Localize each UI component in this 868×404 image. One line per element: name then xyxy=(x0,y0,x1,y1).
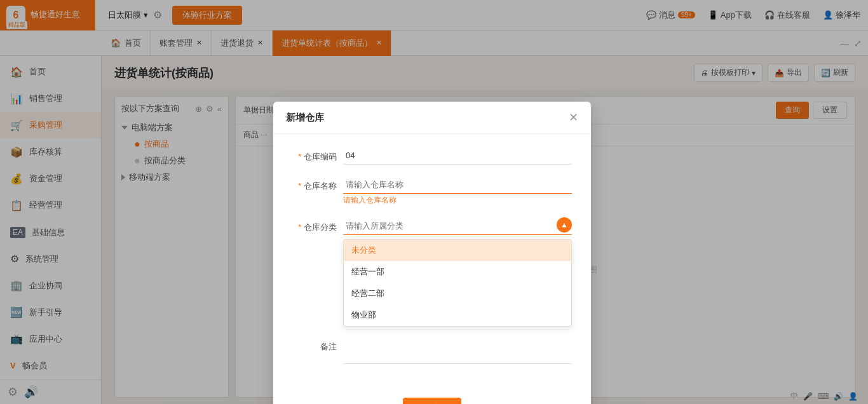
name-input[interactable] xyxy=(343,176,572,194)
note-label: 备注 xyxy=(292,337,343,353)
category-label: 仓库分类 xyxy=(292,217,343,233)
category-field: ▲ 未分类 经营一部 经营二部 物业部 xyxy=(343,217,572,235)
note-field-row: 备注 xyxy=(292,337,572,366)
code-field xyxy=(343,147,572,165)
add-warehouse-modal: 新增仓库 ✕ 仓库编码 仓库名称 请输入仓库名称 仓库分类 ▲ xyxy=(273,102,591,404)
name-label: 仓库名称 xyxy=(292,176,343,192)
category-input-wrap: ▲ xyxy=(343,217,572,235)
category-dropdown: 未分类 经营一部 经营二部 物业部 xyxy=(343,239,572,327)
category-input[interactable] xyxy=(343,217,572,235)
category-option-dept2[interactable]: 经营二部 xyxy=(344,283,571,304)
category-option-dept1[interactable]: 经营一部 xyxy=(344,261,571,283)
note-field xyxy=(343,337,572,366)
code-field-row: 仓库编码 xyxy=(292,147,572,165)
modal-header: 新增仓库 ✕ xyxy=(273,102,591,134)
name-field-row: 仓库名称 请输入仓库名称 xyxy=(292,176,572,206)
category-field-row: 仓库分类 ▲ 未分类 经营一部 经营二部 物业部 xyxy=(292,217,572,235)
code-label: 仓库编码 xyxy=(292,147,343,163)
note-input[interactable] xyxy=(343,337,572,364)
modal-body: 仓库编码 仓库名称 请输入仓库名称 仓库分类 ▲ 未分类 xyxy=(273,134,591,390)
code-input[interactable] xyxy=(343,147,572,165)
modal-close-button[interactable]: ✕ xyxy=(569,111,578,125)
name-error-msg: 请输入仓库名称 xyxy=(343,195,572,206)
name-field: 请输入仓库名称 xyxy=(343,176,572,206)
modal-footer: 保存 xyxy=(273,390,591,404)
category-toggle-button[interactable]: ▲ xyxy=(557,217,572,232)
category-option-unclassified[interactable]: 未分类 xyxy=(344,239,571,261)
save-button[interactable]: 保存 xyxy=(403,398,461,404)
modal-title: 新增仓库 xyxy=(286,112,324,124)
category-option-property[interactable]: 物业部 xyxy=(344,304,571,326)
